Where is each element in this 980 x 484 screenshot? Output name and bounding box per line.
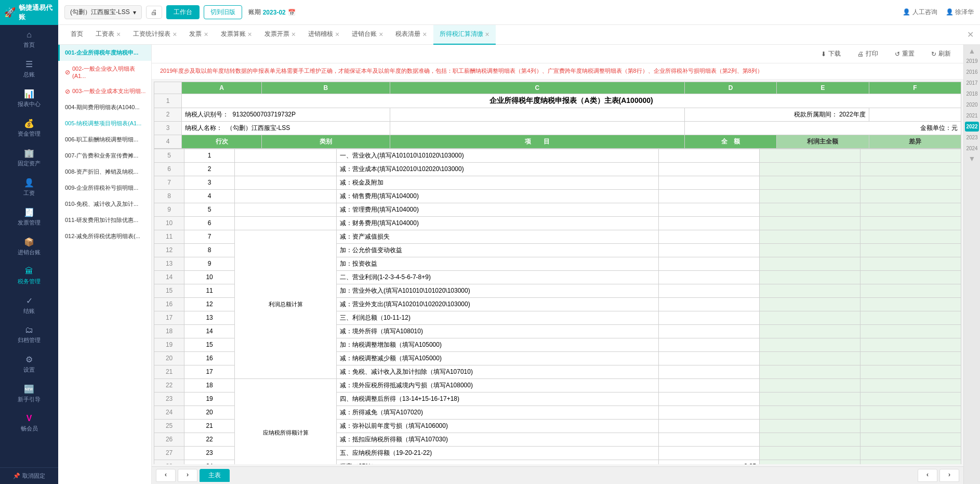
- sidebar-bottom-unpin[interactable]: 📌 取消固定: [0, 467, 58, 484]
- close-tab-tax-forms[interactable]: ×: [422, 30, 427, 38]
- header-chay: 差异: [869, 135, 961, 148]
- timeline-year-2016[interactable]: 2016: [965, 67, 978, 77]
- tab-tax-annual[interactable]: 所得税汇算清缴 ×: [433, 25, 496, 45]
- switch-btn[interactable]: 切到旧版: [204, 5, 242, 19]
- sheet-toolbar: ⬇ 下载 🖨 打印 ↺ 重置 ↻ 刷新: [152, 45, 963, 63]
- close-tab-invoice-calc[interactable]: ×: [248, 30, 252, 38]
- sidebar-item-home[interactable]: ⌂ 首页: [0, 25, 58, 54]
- tab-salary-stat[interactable]: 工资统计报表 ×: [127, 25, 183, 45]
- sidebar-item-archive[interactable]: 🗂 归档管理: [0, 320, 58, 349]
- sheet-tab-main[interactable]: 主表: [200, 469, 230, 482]
- ledger-icon: ☰: [25, 59, 33, 69]
- print-icon-btn[interactable]: 🖨: [146, 6, 162, 19]
- timeline-year-2022[interactable]: 2022: [965, 122, 978, 132]
- timeline-year-2021[interactable]: 2021: [965, 111, 978, 121]
- close-tab-invoice-open[interactable]: ×: [292, 30, 296, 38]
- list-item-001[interactable]: 001-企业所得税年度纳税申...: [58, 45, 151, 61]
- timeline-year-2020[interactable]: 2020: [965, 100, 978, 110]
- timeline-year-2019[interactable]: 2019: [965, 56, 978, 66]
- col-d-header: D: [685, 82, 777, 94]
- tab-purchase-audit[interactable]: 进销稽核 ×: [302, 25, 346, 45]
- list-item-005[interactable]: 005-纳税调整项目明细表(A1...: [58, 115, 151, 132]
- download-icon: ⬇: [821, 50, 826, 58]
- table-wrapper[interactable]: A B C D E F 1 企业所: [154, 82, 961, 464]
- print-icon: 🖨: [857, 50, 864, 58]
- nav-next-icon[interactable]: ›: [178, 469, 197, 482]
- list-item-008[interactable]: 008-资产折旧、摊销及纳税...: [58, 164, 151, 180]
- logo-text: 畅捷通易代账: [19, 3, 54, 22]
- list-item-002[interactable]: 002-一般企业收入明细表(A1...: [58, 61, 151, 83]
- sidebar-item-settle[interactable]: ✓ 结账: [0, 291, 58, 320]
- user-service[interactable]: 👤 人工咨询: [903, 8, 937, 17]
- tab-purchase-ledger[interactable]: 进销台账 ×: [346, 25, 389, 45]
- workbench-button[interactable]: 工作台: [166, 5, 200, 19]
- tab-home[interactable]: 首页: [64, 25, 89, 45]
- list-item-011[interactable]: 011-研发费用加计扣除优惠...: [58, 212, 151, 228]
- close-all-tabs[interactable]: ✕: [967, 30, 974, 40]
- invoice-icon: 🧾: [24, 207, 34, 217]
- sidebar-item-assets[interactable]: 🏢 固定资产: [0, 143, 58, 173]
- table-row: 73减：税金及附加: [154, 176, 961, 189]
- tab-invoice-calc[interactable]: 发票算账 ×: [215, 25, 258, 45]
- scroll-left-icon[interactable]: ‹: [918, 469, 937, 482]
- scroll-right-icon[interactable]: ›: [939, 469, 959, 482]
- col-rownum-header: [154, 82, 182, 94]
- timeline-down-icon[interactable]: ▼: [969, 154, 976, 163]
- close-tab-salary-stat[interactable]: ×: [173, 30, 177, 38]
- tab-salary[interactable]: 工资表 ×: [89, 25, 127, 45]
- list-item-006[interactable]: 006-职工薪酬纳税调整明细...: [58, 132, 151, 148]
- list-item-009[interactable]: 009-企业所得税补亏损明细...: [58, 180, 151, 196]
- sidebar-item-report[interactable]: 📊 报表中心: [0, 84, 58, 113]
- col-e-header: E: [777, 82, 869, 94]
- tab-tax-forms[interactable]: 税表清册 ×: [389, 25, 433, 45]
- sidebar-item-tax[interactable]: 🏛 税务管理: [0, 261, 58, 291]
- close-tab-salary[interactable]: ×: [116, 30, 121, 38]
- calendar-icon[interactable]: 📅: [288, 9, 296, 16]
- sidebar-item-funds[interactable]: 💰 资金管理: [0, 113, 58, 143]
- close-tab-tax-annual[interactable]: ×: [485, 30, 489, 38]
- sidebar-item-guide[interactable]: 🆕 新手引导: [0, 379, 58, 409]
- close-tab-purchase-ledger[interactable]: ×: [379, 30, 383, 38]
- tab-invoice[interactable]: 发票 ×: [183, 25, 214, 45]
- list-item-010[interactable]: 010-免税、减计收入及加计...: [58, 196, 151, 212]
- header-xiangmu: 项 目: [390, 135, 684, 148]
- topbar: (勾删）江西服宝-LSS ▾ 🖨 工作台 切到旧版 账期 2023-02 📅 👤…: [58, 0, 980, 25]
- timeline-year-2023[interactable]: 2023: [965, 133, 978, 142]
- list-item-003[interactable]: 003-一般企业成本支出明细...: [58, 83, 151, 99]
- sidebar-item-salary[interactable]: 👤 工资: [0, 173, 58, 202]
- archive-icon: 🗂: [25, 325, 33, 335]
- user-name[interactable]: 👤 徐泽华: [946, 8, 974, 17]
- tax-icon: 🏛: [25, 267, 33, 276]
- tab-invoice-open[interactable]: 发票开票 ×: [258, 25, 302, 45]
- timeline-year-2024[interactable]: 2024: [965, 143, 978, 153]
- close-tab-purchase-audit[interactable]: ×: [335, 30, 339, 38]
- list-item-004[interactable]: 004-期间费用明细表(A1040...: [58, 99, 151, 115]
- purchase-icon: 📦: [24, 237, 34, 247]
- sidebar-item-purchase[interactable]: 📦 进销台账: [0, 232, 58, 261]
- company-selector[interactable]: (勾删）江西服宝-LSS ▾: [64, 5, 142, 19]
- sidebar-item-member[interactable]: V 畅会员: [0, 409, 58, 438]
- close-tab-invoice[interactable]: ×: [204, 30, 208, 38]
- list-item-007[interactable]: 007-广告费和业务宣传费摊...: [58, 148, 151, 164]
- sidebar-item-ledger[interactable]: ☰ 总账: [0, 54, 58, 84]
- print-button[interactable]: 🖨 打印: [853, 48, 882, 60]
- list-item-012[interactable]: 012-减免所得税优惠明细表(...: [58, 228, 151, 244]
- table-row: 84减：销售费用(填写A104000): [154, 189, 961, 203]
- download-button[interactable]: ⬇ 下载: [817, 48, 845, 60]
- sidebar-item-settings[interactable]: ⚙ 设置: [0, 349, 58, 379]
- nav-prev-icon[interactable]: ‹: [156, 469, 176, 482]
- refresh-button[interactable]: ↻ 刷新: [927, 48, 955, 60]
- sidebar-item-invoice[interactable]: 🧾 发票管理: [0, 202, 58, 232]
- logo: 🚀 畅捷通易代账: [0, 0, 58, 25]
- assets-icon: 🏢: [24, 148, 34, 158]
- sheet-table: A B C D E F 1 企业所: [154, 82, 961, 149]
- nav-tabs: 首页 工资表 × 工资统计报表 × 发票 × 发票算账 × 发票开票 × 进销稽…: [58, 25, 980, 45]
- period-label-cell: 税款所属期间： 2022年度: [685, 108, 869, 121]
- table-row: 62减：营业成本(填写A102010\102020\103000): [154, 162, 961, 176]
- timeline-panel: ▲ 2019 2016 2017 2018 2020 2021 2022 202…: [963, 45, 980, 484]
- reset-button[interactable]: ↺ 重置: [891, 48, 919, 60]
- sheet-tabs: ‹ › 主表 ‹ ›: [152, 466, 963, 484]
- timeline-year-2017[interactable]: 2017: [965, 78, 978, 88]
- timeline-year-2018[interactable]: 2018: [965, 89, 978, 99]
- timeline-up-icon[interactable]: ▲: [969, 47, 976, 55]
